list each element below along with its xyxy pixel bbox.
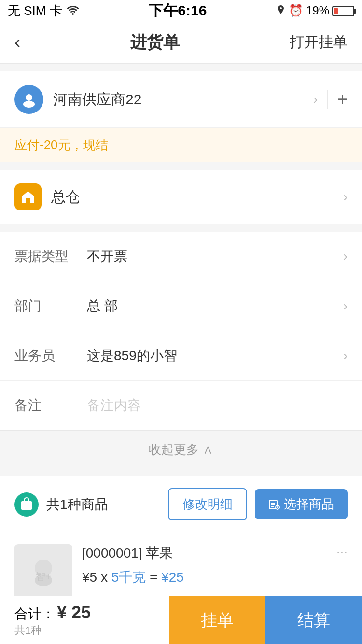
back-button[interactable]: ‹ <box>14 32 20 53</box>
svg-text:智+: 智+ <box>36 571 51 582</box>
ticket-type-label: 票据类型 <box>14 247 72 266</box>
total-amount: ¥ 25 <box>57 602 91 623</box>
product-name: [0000001] 苹果 <box>82 544 327 562</box>
remark-label: 备注 <box>14 396 72 415</box>
select-products-button[interactable]: 选择商品 <box>255 489 348 519</box>
ticket-type-value: 不开票 <box>72 247 343 266</box>
department-chevron-icon: › <box>343 298 348 314</box>
status-bar: 无 SIM 卡 下午6:16 ⏰ 19% <box>0 0 362 21</box>
bottom-bar: 合计： ¥ 25 共1种 挂单 结算 <box>0 596 362 644</box>
product-price: ¥5 x 5千克 = ¥25 <box>82 568 327 587</box>
products-header: 共1种商品 修改明细 选择商品 <box>0 476 362 532</box>
battery-icon <box>332 4 354 17</box>
product-more-button[interactable]: ··· <box>336 544 348 560</box>
salesman-label: 业务员 <box>14 347 72 365</box>
carrier-text: 无 SIM 卡 <box>8 2 62 19</box>
status-time: 下午6:16 <box>149 1 207 21</box>
warehouse-section: 总仓 › <box>0 170 362 224</box>
product-code: [0000001] <box>82 546 142 560</box>
warehouse-label: 总仓 <box>51 187 343 207</box>
remark-input[interactable]: 备注内容 <box>72 396 348 415</box>
settle-button[interactable]: 结算 <box>265 596 362 644</box>
salesman-row[interactable]: 业务员 这是859的小智 › <box>0 331 362 380</box>
svg-rect-2 <box>26 198 30 203</box>
product-info: [0000001] 苹果 ¥5 x 5千克 = ¥25 <box>82 544 327 587</box>
divider <box>327 90 328 109</box>
edit-details-button[interactable]: 修改明细 <box>168 488 247 520</box>
quantity: 5千克 <box>111 570 146 585</box>
bottom-total: 合计： ¥ 25 共1种 <box>0 596 169 644</box>
open-pending-button[interactable]: 打开挂单 <box>290 32 348 52</box>
pending-button[interactable]: 挂单 <box>169 596 265 644</box>
ticket-type-row[interactable]: 票据类型 不开票 › <box>0 232 362 281</box>
battery-text: 19% <box>306 4 329 17</box>
product-title: 苹果 <box>146 546 173 560</box>
collapse-bar[interactable]: 收起更多 ∧ <box>0 430 362 469</box>
multiply-sign: x <box>101 570 111 585</box>
location-icon <box>276 4 286 17</box>
warehouse-chevron-icon: › <box>343 189 348 205</box>
supplier-chevron-icon: › <box>313 92 318 107</box>
wifi-icon <box>66 3 80 18</box>
products-count: 共1种商品 <box>46 495 160 514</box>
form-section: 票据类型 不开票 › 部门 总 部 › 业务员 这是859的小智 › 备注 备注… <box>0 232 362 469</box>
total-label: 合计： <box>14 605 55 623</box>
gap-1 <box>0 64 362 71</box>
svg-point-0 <box>26 94 32 101</box>
svg-rect-3 <box>21 501 32 510</box>
department-value: 总 部 <box>72 297 343 315</box>
salesman-value: 这是859的小智 <box>72 347 343 365</box>
salesman-chevron-icon: › <box>343 348 348 364</box>
nav-bar: ‹ 进货单 打开挂单 <box>0 21 362 64</box>
svg-point-1 <box>23 101 35 108</box>
total-price: ¥25 <box>161 570 184 585</box>
product-thumbnail: 智+ <box>14 544 72 602</box>
equals-sign: = <box>150 570 161 585</box>
remark-row[interactable]: 备注 备注内容 <box>0 380 362 430</box>
status-right: ⏰ 19% <box>276 4 354 17</box>
page-title: 进货单 <box>130 31 180 54</box>
add-supplier-button[interactable]: + <box>337 89 348 110</box>
supplier-row[interactable]: 河南供应商22 › + <box>0 71 362 128</box>
department-row[interactable]: 部门 总 部 › <box>0 281 362 331</box>
warehouse-row[interactable]: 总仓 › <box>0 170 362 224</box>
supplier-name: 河南供应商22 <box>53 90 313 110</box>
select-products-label: 选择商品 <box>284 496 334 513</box>
warehouse-icon <box>14 183 42 210</box>
products-section: 共1种商品 修改明细 选择商品 智+ [0000001] 苹果 <box>0 476 362 614</box>
unit-price: ¥5 <box>82 570 97 585</box>
products-icon <box>14 492 39 517</box>
ticket-type-chevron-icon: › <box>343 249 348 264</box>
status-left: 无 SIM 卡 <box>8 2 80 19</box>
alarm-icon: ⏰ <box>289 4 303 17</box>
supplier-avatar <box>14 85 43 114</box>
notice-bar: 应付-20元，现结 <box>0 128 362 162</box>
supplier-section: 河南供应商22 › + 应付-20元，现结 <box>0 71 362 162</box>
department-label: 部门 <box>14 297 72 315</box>
total-sub: 共1种 <box>14 623 169 638</box>
